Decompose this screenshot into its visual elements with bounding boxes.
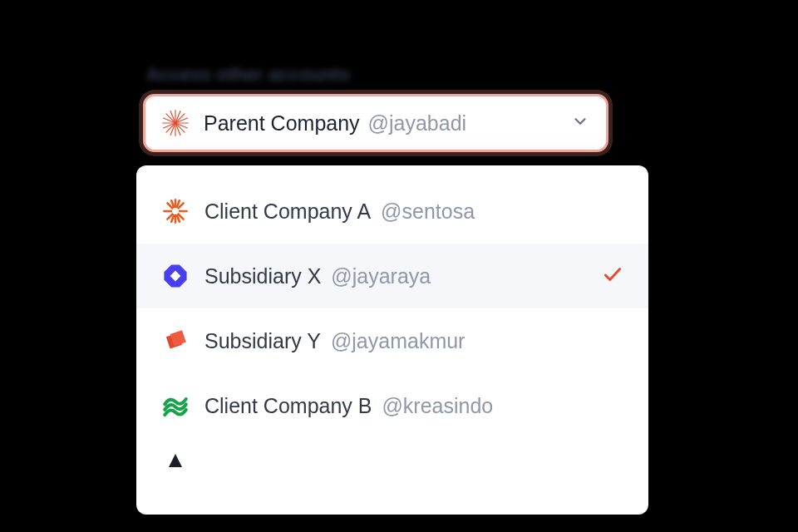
account-switcher: Access other accounts Parent Company @ja… [143,64,655,152]
option-name: Client Company B [204,394,372,418]
stripes-icon [161,392,190,420]
selected-account-handle: @jayabadi [368,111,467,135]
check-icon [602,264,623,288]
octagon-icon [161,262,190,290]
section-label: Access other accounts [143,64,655,86]
cards-icon [161,327,190,355]
option-handle: @jayamakmur [331,329,466,353]
chevron-down-icon [571,112,589,134]
svg-point-28 [172,208,179,214]
account-option-partial[interactable] [136,438,648,503]
account-option-client-b[interactable]: Client Company B @kreasindo [136,373,648,438]
option-handle: @sentosa [381,200,475,224]
sunburst-icon [161,197,190,225]
sunburst-icon [160,108,190,138]
selected-account-name: Parent Company [204,111,360,135]
partial-icon [161,446,190,475]
option-name: Client Company A [204,200,371,224]
account-option-subsidiary-x[interactable]: Subsidiary X @jayaraya [136,244,648,308]
account-select-trigger[interactable]: Parent Company @jayabadi [143,94,608,152]
account-dropdown: Client Company A @sentosa Subsidiary X @… [136,165,648,515]
option-handle: @jayaraya [331,264,431,288]
option-name: Subsidiary Y [204,329,321,353]
account-option-subsidiary-y[interactable]: Subsidiary Y @jayamakmur [136,308,648,373]
option-handle: @kreasindo [382,394,493,418]
account-option-client-a[interactable]: Client Company A @sentosa [136,179,648,244]
option-name: Subsidiary X [204,264,321,288]
